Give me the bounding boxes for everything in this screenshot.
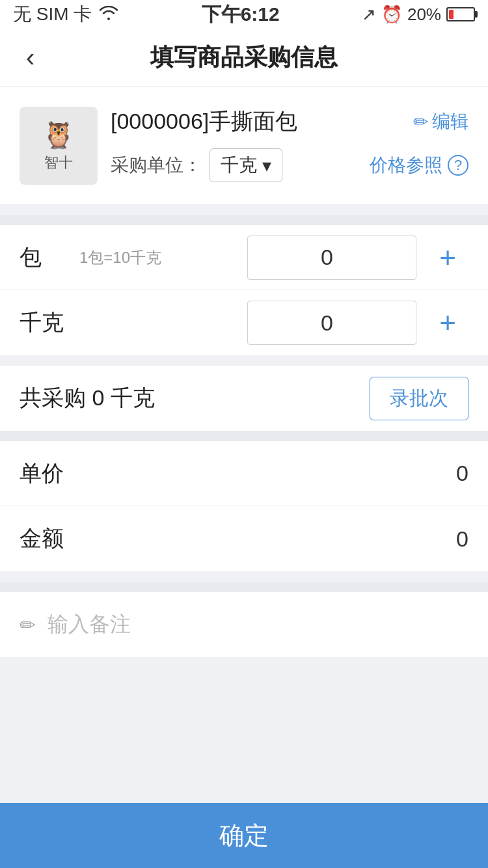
status-bar: 无 SIM 卡 下午6:12 ↗ ⏰ 20% [0,0,488,29]
product-card: 🦉 智十 [0000006]手撕面包 ✏ 编辑 采购单位： 千克 ▾ [0,87,488,204]
unit-dropdown-icon: ▾ [262,155,271,176]
batch-button[interactable]: 录批次 [370,377,468,420]
confirm-button[interactable]: 确定 [0,803,488,868]
status-left: 无 SIM 卡 [13,2,119,27]
total-row: 共采购 0 千克 录批次 [0,366,488,431]
kg-label: 千克 [20,308,72,338]
unit-select[interactable]: 千克 ▾ [210,148,282,182]
no-sim-label: 无 SIM 卡 [13,2,92,27]
page-title: 填写商品采购信息 [150,42,338,74]
pencil-icon: ✏ [20,614,36,636]
unit-price-label: 单价 [20,459,64,489]
alarm-icon: ⏰ [381,5,402,25]
amount-row: 金额 0 [0,506,488,571]
bag-row: 包 1包=10千克 + [0,225,488,290]
location-icon: ↗ [362,5,376,25]
amount-value: 0 [456,526,468,552]
kg-plus-button[interactable]: + [427,301,468,345]
battery-percent: 20% [407,5,441,25]
product-logo-icon: 🦉 [42,120,75,150]
edit-label: 编辑 [432,109,468,134]
status-right: ↗ ⏰ 20% [362,5,475,25]
battery-icon [446,7,475,21]
product-info: [0000006]手撕面包 ✏ 编辑 采购单位： 千克 ▾ 价格参照 ? [111,107,468,182]
unit-price-value: 0 [456,461,468,486]
nav-bar: ‹ 填写商品采购信息 [0,29,488,87]
back-button[interactable]: ‹ [20,36,41,79]
product-logo-text: 智十 [44,153,73,172]
product-image: 🦉 智十 [20,107,98,185]
price-reference-button[interactable]: 价格参照 ? [370,153,468,178]
status-time: 下午6:12 [202,1,280,28]
confirm-label: 确定 [219,819,269,852]
unit-label: 采购单位： [111,153,202,178]
bag-plus-button[interactable]: + [427,236,468,280]
total-label: 共采购 0 千克 [20,383,155,413]
bag-sub-label: 1包=10千克 [79,247,161,268]
remark-placeholder: 输入备注 [47,610,131,639]
divider-band-2 [0,431,488,441]
edit-button[interactable]: ✏ 编辑 [413,109,468,134]
kg-input[interactable] [247,301,416,345]
remark-section[interactable]: ✏ 输入备注 [0,592,488,657]
bag-label: 包 [20,243,72,273]
edit-icon: ✏ [413,111,428,133]
unit-price-row: 单价 0 [0,441,488,506]
wifi-icon [98,4,119,25]
quantity-form: 包 1包=10千克 + 千克 + [0,225,488,355]
amount-label: 金额 [20,524,64,554]
product-name: [0000006]手撕面包 [111,107,297,137]
price-ref-label: 价格参照 [370,153,442,178]
unit-value: 千克 [221,153,257,178]
help-icon: ? [448,155,468,176]
divider-band-1 [0,215,488,225]
divider-band-3 [0,582,488,592]
price-section: 单价 0 金额 0 [0,441,488,571]
kg-row: 千克 + [0,290,488,355]
bag-input[interactable] [247,236,416,280]
